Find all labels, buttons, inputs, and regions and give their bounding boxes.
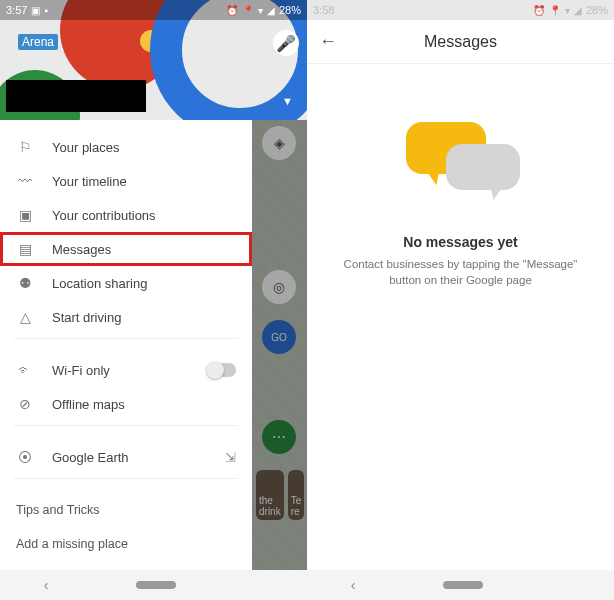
notification-icon: ▪ (44, 5, 48, 16)
menu-messages[interactable]: ▤Messages (0, 232, 252, 266)
menu-label: Your timeline (52, 174, 127, 189)
wifi-only-toggle[interactable] (206, 363, 236, 377)
menu-location-sharing[interactable]: ⚉Location sharing (0, 266, 252, 300)
menu-add-missing-place[interactable]: Add a missing place (0, 527, 252, 561)
timeline-icon: 〰 (16, 173, 34, 189)
battery-text: 28% (586, 4, 608, 16)
right-screenshot: 3:58 ⏰ 📍 ▾ ◢ 28% ← Messages No messages … (307, 0, 614, 570)
contributions-icon: ▣ (16, 207, 34, 223)
messages-icon: ▤ (16, 241, 34, 257)
signal-icon: ◢ (574, 5, 582, 16)
wifi-icon: ▾ (258, 5, 263, 16)
signal-icon: ◢ (267, 5, 275, 16)
menu-start-driving[interactable]: △Start driving (0, 300, 252, 334)
empty-title: No messages yet (331, 234, 590, 250)
nav-home-pill[interactable] (136, 581, 176, 589)
page-title: Messages (337, 33, 602, 51)
menu-label: Your contributions (52, 208, 156, 223)
location-icon: 📍 (549, 5, 561, 16)
menu-label: Location sharing (52, 276, 147, 291)
back-button[interactable]: ← (319, 31, 337, 52)
menu-google-earth[interactable]: ⦿Google Earth⇲ (0, 440, 252, 474)
wifi-icon: ▾ (565, 5, 570, 16)
menu-tips-tricks[interactable]: Tips and Tricks (0, 493, 252, 527)
empty-hint: Contact businesses by tapping the "Messa… (331, 256, 590, 288)
menu-label: Add a missing place (16, 537, 128, 551)
empty-state: No messages yet Contact businesses by ta… (307, 64, 614, 328)
offline-icon: ⊘ (16, 396, 34, 412)
nav-home-pill[interactable] (443, 581, 483, 589)
status-bar-right: 3:58 ⏰ 📍 ▾ ◢ 28% (307, 0, 614, 20)
earth-icon: ⦿ (16, 449, 34, 465)
wifi-icon: ᯤ (16, 362, 34, 378)
alarm-icon: ⏰ (533, 5, 545, 16)
map-background: 🎤 ◈ ◎ GO ⋯ the drink Te re (252, 120, 307, 570)
menu-your-timeline[interactable]: 〰Your timeline (0, 164, 252, 198)
divider (14, 478, 238, 479)
alarm-icon: ⏰ (226, 5, 238, 16)
redacted-area (6, 80, 146, 112)
external-icon: ⇲ (225, 450, 236, 465)
status-time: 3:57 (6, 4, 27, 16)
location-icon: 📍 (242, 5, 254, 16)
nav-back-icon[interactable]: ‹ (351, 577, 356, 593)
menu-offline-maps[interactable]: ⊘Offline maps (0, 387, 252, 421)
system-nav-bar: ‹ ‹ (0, 570, 614, 600)
menu-label: Messages (52, 242, 111, 257)
menu-label: Start driving (52, 310, 121, 325)
menu-label: Your places (52, 140, 119, 155)
account-dropdown-icon[interactable]: ▼ (282, 95, 293, 107)
driving-icon: △ (16, 309, 34, 325)
notification-icon: ▣ (31, 5, 40, 16)
nav-back-icon[interactable]: ‹ (44, 577, 49, 593)
menu-label: Google Earth (52, 450, 129, 465)
divider (14, 425, 238, 426)
menu-label: Offline maps (52, 397, 125, 412)
mic-icon[interactable]: 🎤 (273, 30, 299, 56)
chat-bubbles-illustration (396, 114, 526, 204)
battery-text: 28% (279, 4, 301, 16)
status-time: 3:58 (313, 4, 334, 16)
location-sharing-icon: ⚉ (16, 275, 34, 291)
arena-badge: Arena (18, 34, 58, 50)
menu-label: Tips and Tricks (16, 503, 100, 517)
pin-icon: ⚐ (16, 139, 34, 155)
menu-your-contributions[interactable]: ▣Your contributions (0, 198, 252, 232)
status-bar-left: 3:57 ▣ ▪ ⏰ 📍 ▾ ◢ 28% (0, 0, 307, 20)
menu-label: Wi-Fi only (52, 363, 110, 378)
menu-wifi-only[interactable]: ᯤWi-Fi only (0, 353, 252, 387)
nav-drawer: ⚐Your places 〰Your timeline ▣Your contri… (0, 120, 252, 570)
left-screenshot: 3:57 ▣ ▪ ⏰ 📍 ▾ ◢ 28% Arena ▼ 🎤 ◈ ◎ (0, 0, 307, 570)
menu-your-places[interactable]: ⚐Your places (0, 130, 252, 164)
app-bar: ← Messages (307, 20, 614, 64)
divider (14, 338, 238, 339)
